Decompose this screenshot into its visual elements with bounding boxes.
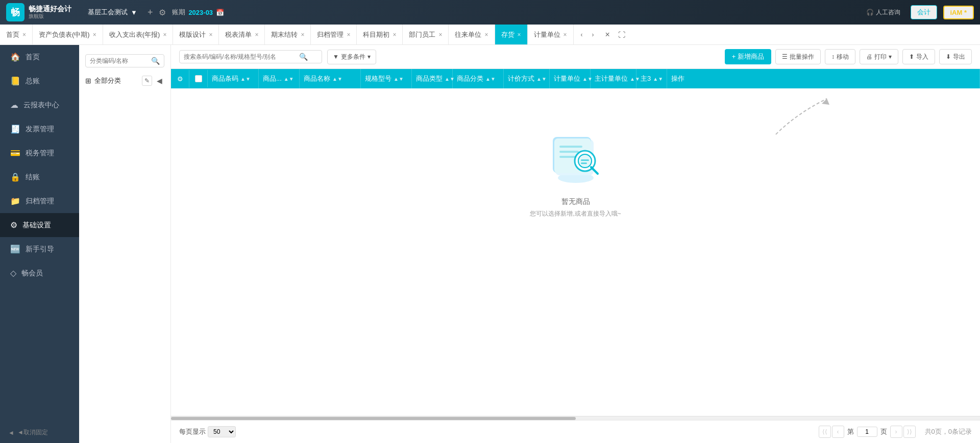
sort-category-icon: ▲▼ bbox=[485, 76, 496, 82]
sidebar-item-settings[interactable]: ⚙ 基础设置 bbox=[0, 213, 79, 237]
category-search-icon[interactable]: 🔍 bbox=[151, 57, 160, 65]
move-btn[interactable]: ↕ 移动 bbox=[825, 49, 855, 64]
tab-close-income[interactable]: × bbox=[163, 25, 166, 45]
header-checkbox[interactable] bbox=[195, 75, 202, 82]
th-code[interactable]: 商品... ▲▼ bbox=[259, 69, 300, 88]
th-col3[interactable]: 主3 ▲▼ bbox=[636, 69, 667, 88]
page-prev-btn[interactable]: ‹ bbox=[832, 426, 844, 438]
tab-unit[interactable]: 计量单位 × bbox=[528, 25, 574, 45]
category-search-input[interactable] bbox=[90, 57, 149, 64]
left-panel: 🔍 ⊞ 全部分类 ✎ ◀ bbox=[79, 45, 171, 443]
all-category-item[interactable]: ⊞ 全部分类 ✎ ◀ bbox=[79, 72, 170, 90]
table-area: 🔍 ▼ 更多条件 ▾ + 新增商品 ☰ 批量操作 ↕ bbox=[171, 45, 980, 443]
plus-icon[interactable]: + bbox=[148, 7, 153, 18]
page-last-btn[interactable]: ⟩⟩ bbox=[903, 426, 916, 438]
tab-close-unit[interactable]: × bbox=[564, 25, 567, 45]
th-barcode[interactable]: 商品条码 ▲▼ bbox=[208, 69, 259, 88]
tab-inventory[interactable]: 存货 × bbox=[495, 25, 528, 45]
company-selector[interactable]: 基层工会测试 ▼ bbox=[84, 6, 141, 19]
data-table: ⚙ 商品条码 ▲▼ 商品... ▲▼ 商品名称 bbox=[171, 69, 980, 416]
th-unit[interactable]: 计量单位 ▲▼ bbox=[550, 69, 591, 88]
empty-arrow-svg bbox=[766, 94, 837, 139]
period-label: 账期 bbox=[172, 8, 185, 17]
tab-balance[interactable]: 资产负债表(中期) × bbox=[33, 25, 103, 45]
tab-template[interactable]: 模版设计 × bbox=[173, 25, 219, 45]
page-next-btn[interactable]: › bbox=[890, 426, 902, 438]
sidebar-label-report: 云报表中心 bbox=[23, 101, 59, 110]
tab-maximize-btn[interactable]: ⛶ bbox=[614, 31, 629, 39]
th-price[interactable]: 计价方式 ▲▼ bbox=[504, 69, 550, 88]
guide-icon: 🆕 bbox=[10, 244, 20, 254]
period-value: 2023-03 bbox=[188, 9, 213, 16]
sidebar-item-ledger[interactable]: 📒 总账 bbox=[0, 69, 79, 93]
filter-search-input[interactable] bbox=[184, 53, 296, 60]
tab-income[interactable]: 收入支出表(年报) × bbox=[103, 25, 174, 45]
settings-gear-icon[interactable]: ⚙ bbox=[159, 8, 166, 17]
tab-close-archive[interactable]: × bbox=[347, 25, 350, 45]
empty-subtitle: 您可以选择新增,或者直接导入哦~ bbox=[530, 209, 621, 218]
more-filter-btn[interactable]: ▼ 更多条件 ▾ bbox=[327, 50, 376, 64]
tab-close-taxclear[interactable]: × bbox=[255, 25, 258, 45]
tab-subject-init[interactable]: 科目期初 × bbox=[357, 25, 403, 45]
tab-close-subject-init[interactable]: × bbox=[393, 25, 396, 45]
iam-button[interactable]: iAM * bbox=[943, 6, 974, 19]
print-icon: 🖨 bbox=[866, 53, 872, 60]
calendar-icon[interactable]: 📅 bbox=[216, 9, 224, 16]
sidebar-item-close[interactable]: 🔒 结账 bbox=[0, 165, 79, 189]
invoice-icon: 🧾 bbox=[10, 124, 20, 134]
ledger-icon: 📒 bbox=[10, 76, 20, 86]
kuaiji-button[interactable]: 会计 bbox=[911, 5, 937, 19]
tab-close-all-btn[interactable]: × bbox=[601, 30, 614, 39]
print-btn[interactable]: 🖨 打印 ▾ bbox=[860, 49, 898, 64]
sidebar-item-tax[interactable]: 💳 税务管理 bbox=[0, 141, 79, 165]
page-first-btn[interactable]: ⟨⟨ bbox=[819, 426, 831, 438]
import-btn[interactable]: ⬆ 导入 bbox=[902, 49, 935, 64]
tab-close-partner[interactable]: × bbox=[484, 25, 488, 45]
th-spec[interactable]: 规格型号 ▲▼ bbox=[361, 69, 412, 88]
sidebar-item-archive[interactable]: 📁 归档管理 bbox=[0, 189, 79, 213]
tab-close-dept-emp[interactable]: × bbox=[438, 25, 442, 45]
print-dropdown-icon: ▾ bbox=[889, 53, 892, 60]
tab-close-template[interactable]: × bbox=[209, 25, 212, 45]
tab-home[interactable]: 首页 × bbox=[0, 25, 33, 45]
ai-service-btn[interactable]: 🎧 人工咨询 bbox=[862, 6, 904, 19]
page-number-input[interactable] bbox=[857, 427, 877, 437]
tab-dept-emp[interactable]: 部门员工 × bbox=[403, 25, 449, 45]
sidebar-item-guide[interactable]: 🆕 新手引导 bbox=[0, 237, 79, 261]
tab-period-close[interactable]: 期末结转 × bbox=[265, 25, 311, 45]
sidebar-unpin-btn[interactable]: ◄ ◄取消固定 bbox=[0, 422, 79, 443]
tab-close-home[interactable]: × bbox=[22, 25, 26, 45]
export-btn[interactable]: ⬇ 导出 bbox=[939, 49, 972, 64]
th-check[interactable] bbox=[189, 70, 208, 87]
sidebar-item-report[interactable]: ☁ 云报表中心 bbox=[0, 93, 79, 117]
import-icon: ⬆ bbox=[909, 53, 914, 60]
th-category[interactable]: 商品分类 ▲▼ bbox=[453, 69, 504, 88]
scrollbar-thumb[interactable] bbox=[171, 417, 576, 420]
tax-icon: 💳 bbox=[10, 148, 20, 158]
per-page-dropdown[interactable]: 50 100 200 bbox=[208, 426, 236, 437]
empty-title: 暂无商品 bbox=[561, 197, 590, 206]
folder-icon: 📁 bbox=[10, 196, 20, 206]
sidebar-item-member[interactable]: ◇ 畅会员 bbox=[0, 261, 79, 285]
tab-close-period-close[interactable]: × bbox=[301, 25, 304, 45]
th-setting[interactable]: ⚙ bbox=[171, 70, 189, 88]
category-edit-btn[interactable]: ✎ bbox=[142, 76, 152, 86]
filter-search-icon[interactable]: 🔍 bbox=[299, 53, 308, 61]
sidebar-item-invoice[interactable]: 🧾 发票管理 bbox=[0, 117, 79, 141]
panel-collapse-btn[interactable]: ◀ bbox=[154, 76, 164, 86]
horizontal-scrollbar[interactable] bbox=[171, 416, 980, 420]
th-main-unit[interactable]: 主计量单位 ▲▼ bbox=[591, 69, 636, 88]
th-name[interactable]: 商品名称 ▲▼ bbox=[300, 69, 361, 88]
tab-close-balance[interactable]: × bbox=[93, 25, 96, 45]
add-product-btn[interactable]: + 新增商品 bbox=[725, 49, 771, 64]
tab-next-btn[interactable]: › bbox=[588, 30, 598, 40]
svg-rect-6 bbox=[559, 151, 579, 153]
th-type[interactable]: 商品类型 ▲▼ bbox=[412, 69, 453, 88]
batch-ops-btn[interactable]: ☰ 批量操作 bbox=[775, 49, 821, 64]
tab-prev-btn[interactable]: ‹ bbox=[577, 30, 587, 40]
tab-close-inventory[interactable]: × bbox=[518, 25, 521, 45]
tab-taxclear[interactable]: 税表清单 × bbox=[219, 25, 265, 45]
tab-partner[interactable]: 往来单位 × bbox=[449, 25, 495, 45]
sidebar-item-home[interactable]: 🏠 首页 bbox=[0, 45, 79, 69]
tab-archive[interactable]: 归档管理 × bbox=[311, 25, 357, 45]
